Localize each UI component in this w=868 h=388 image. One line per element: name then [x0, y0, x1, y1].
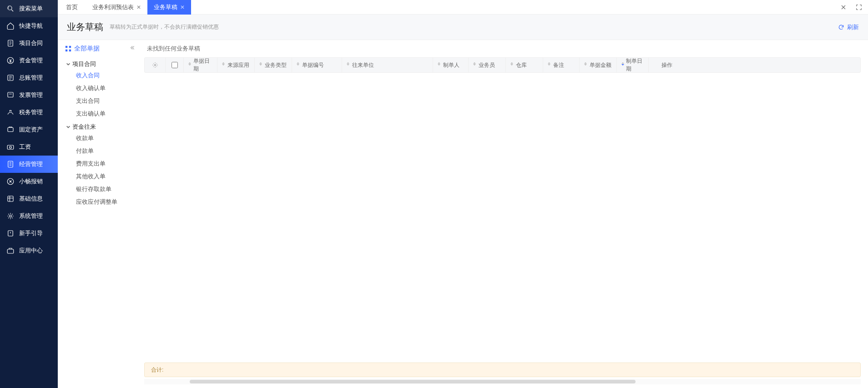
sort-icon — [510, 62, 514, 68]
tree-leaf-bank-transfer[interactable]: 银行存取款单 — [58, 183, 140, 196]
system-icon — [6, 212, 15, 220]
tabs-bar: 首页 业务利润预估表 ✕ 业务草稿 ✕ — [58, 0, 868, 15]
page-header: 业务草稿 草稿转为正式单据时，不会执行满赠促销优惠 刷新 — [58, 15, 868, 40]
column-amount[interactable]: 单据金额 — [580, 58, 617, 72]
body-split: 全部单据 项目合同 收入合同 收入确认单 支出合同 支出确认单 资金往来 收款单… — [58, 40, 868, 388]
fullscreen-icon[interactable] — [854, 3, 863, 12]
tab-profit-estimate[interactable]: 业务利润预估表 ✕ — [86, 0, 147, 15]
tree-leaf-income-contract[interactable]: 收入合同 — [58, 69, 140, 82]
panel-collapse-button[interactable] — [129, 45, 137, 53]
content-area: 未找到任何业务草稿 单据日期 — [140, 40, 868, 388]
tree-leaf-expense-contract[interactable]: 支出合同 — [58, 95, 140, 107]
checkbox-input[interactable] — [172, 62, 178, 68]
sort-icon — [347, 62, 350, 68]
close-all-icon[interactable] — [839, 3, 848, 12]
chevron-down-icon — [66, 125, 71, 129]
sidebar-item-ledger[interactable]: 总账管理 — [0, 69, 58, 86]
column-create-date[interactable]: 制单日期 — [617, 58, 649, 72]
column-biz-type[interactable]: 业务类型 — [255, 58, 292, 72]
sort-icon — [222, 62, 226, 68]
close-icon[interactable]: ✕ — [136, 4, 141, 10]
tree-leaf-expense-confirm[interactable]: 支出确认单 — [58, 107, 140, 120]
svg-point-7 — [10, 146, 12, 149]
refresh-button[interactable]: 刷新 — [838, 23, 859, 31]
column-source-app[interactable]: 来源应用 — [217, 58, 255, 72]
sidebar-item-asset[interactable]: 固定资产 — [0, 121, 58, 138]
sidebar-item-label: 总账管理 — [19, 74, 43, 82]
select-all-checkbox[interactable] — [166, 58, 184, 72]
sort-icon — [584, 62, 588, 68]
tab-home[interactable]: 首页 — [58, 0, 86, 15]
sidebar-item-label: 新手引导 — [19, 229, 43, 237]
sidebar-item-invoice[interactable]: 发票管理 — [0, 86, 58, 104]
sidebar-item-basic[interactable]: 基础信息 — [0, 190, 58, 207]
sort-icon — [621, 62, 624, 68]
svg-point-11 — [10, 215, 12, 217]
sidebar-item-project-contract[interactable]: 项目合同 — [0, 35, 58, 52]
tree-group-project-contract[interactable]: 项目合同 — [58, 57, 140, 69]
refresh-icon — [838, 24, 844, 30]
close-icon[interactable]: ✕ — [180, 4, 185, 10]
doc-icon — [6, 39, 15, 47]
column-remark[interactable]: 备注 — [543, 58, 580, 72]
sort-icon — [548, 62, 551, 68]
asset-icon — [6, 126, 15, 134]
sort-icon — [297, 62, 300, 68]
tax-icon — [6, 108, 15, 116]
column-doc-no[interactable]: 单据编号 — [292, 58, 342, 72]
tree-leaf-income-confirm[interactable]: 收入确认单 — [58, 82, 140, 95]
totals-label: 合计: — [151, 366, 163, 374]
column-party[interactable]: 往来单位 — [342, 58, 433, 72]
tabs-right-controls — [839, 3, 868, 12]
sidebar-item-label: 经营管理 — [19, 160, 43, 168]
sidebar-item-label: 基础信息 — [19, 195, 43, 203]
tree-leaf-receipt[interactable]: 收款单 — [58, 132, 140, 145]
sidebar-item-business-mgmt[interactable]: 经营管理 — [0, 156, 58, 173]
svg-rect-4 — [8, 92, 13, 97]
sidebar-item-tax[interactable]: 税务管理 — [0, 104, 58, 121]
sidebar-item-label: 应用中心 — [19, 247, 43, 255]
sidebar-item-search[interactable]: 搜索菜单 — [0, 0, 58, 17]
sidebar-item-guide[interactable]: 新手引导 — [0, 225, 58, 242]
column-doc-date[interactable]: 单据日期 — [184, 58, 217, 72]
page-subtitle: 草稿转为正式单据时，不会执行满赠促销优惠 — [110, 23, 219, 31]
sort-icon — [438, 62, 441, 68]
tree-leaf-expense-doc[interactable]: 费用支出单 — [58, 157, 140, 170]
tab-label: 业务草稿 — [154, 3, 177, 11]
tab-draft[interactable]: 业务草稿 ✕ — [147, 0, 191, 15]
tree-header-all-docs[interactable]: 全部单据 — [58, 45, 140, 57]
column-salesman[interactable]: 业务员 — [469, 58, 506, 72]
horizontal-scrollbar[interactable] — [144, 379, 861, 384]
tree-leaf-ar-ap-adjust[interactable]: 应收应付调整单 — [58, 196, 140, 208]
column-actions: 操作 — [649, 58, 685, 72]
salary-icon — [6, 143, 15, 151]
empty-message: 未找到任何业务草稿 — [144, 45, 861, 57]
tree-group-fund-flow[interactable]: 资金往来 — [58, 120, 140, 132]
sidebar-item-system[interactable]: 系统管理 — [0, 207, 58, 225]
column-warehouse[interactable]: 仓库 — [506, 58, 543, 72]
tree-leaf-payment[interactable]: 付款单 — [58, 145, 140, 157]
sidebar-item-fund[interactable]: 资金管理 — [0, 52, 58, 69]
table-body-empty — [144, 73, 861, 363]
sidebar-item-salary[interactable]: 工资 — [0, 138, 58, 156]
sort-icon — [473, 62, 477, 68]
svg-point-0 — [8, 6, 12, 10]
sidebar-item-apps[interactable]: 应用中心 — [0, 242, 58, 259]
sidebar-item-label: 小畅报销 — [19, 177, 43, 186]
svg-rect-6 — [7, 145, 14, 149]
scroll-thumb[interactable] — [190, 380, 636, 383]
apps-icon — [6, 247, 15, 255]
sidebar-item-quicknav[interactable]: 快捷导航 — [0, 17, 58, 35]
ledger-icon — [6, 74, 15, 82]
column-creator[interactable]: 制单人 — [433, 58, 469, 72]
sidebar-item-expense[interactable]: 小畅报销 — [0, 173, 58, 190]
svg-rect-8 — [8, 161, 13, 167]
svg-rect-15 — [69, 46, 71, 48]
home-icon — [6, 22, 15, 30]
sidebar-item-label: 系统管理 — [19, 212, 43, 220]
gear-icon — [152, 62, 158, 68]
invoice-icon — [6, 91, 15, 99]
tree-leaf-other-income[interactable]: 其他收入单 — [58, 170, 140, 183]
sort-icon — [188, 62, 192, 68]
column-settings-button[interactable] — [145, 58, 166, 72]
